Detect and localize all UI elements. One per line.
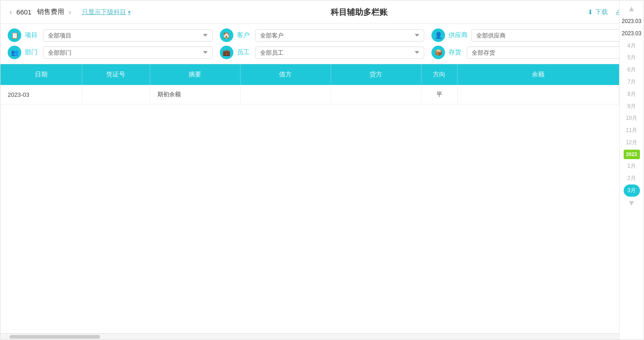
download-icon: ⬇	[587, 8, 593, 16]
supplier-icon: 👤	[431, 28, 445, 42]
account-name: 销售费用	[37, 8, 64, 16]
supplier-label: 供应商	[449, 31, 468, 39]
timeline-month-8[interactable]: 8月	[620, 88, 644, 100]
timeline-month-7[interactable]: 7月	[620, 76, 644, 88]
timeline-month-6[interactable]: 6月	[620, 64, 644, 76]
timeline-month-5[interactable]: 5月	[620, 52, 644, 64]
inventory-icon: 📦	[431, 46, 445, 59]
page-title: 科目辅助多栏账	[131, 7, 587, 18]
dept-select[interactable]: 全部部门	[43, 47, 213, 59]
download-button[interactable]: ⬇ 下载	[587, 8, 608, 16]
scroll-thumb[interactable]	[9, 335, 100, 339]
timeline-month-12[interactable]: 12月	[620, 137, 644, 149]
col-date: 日期	[0, 64, 82, 85]
horizontal-scrollbar[interactable]	[0, 333, 619, 340]
timeline-sidebar: ▲ 2023.03 2023.03 4月 5月 6月 7月 8月 9月 10月 …	[619, 0, 644, 340]
customer-icon: 🏠	[220, 28, 233, 42]
employee-icon: 💼	[220, 46, 233, 59]
customer-label: 客户	[237, 31, 251, 39]
project-select[interactable]: 全部项目	[43, 29, 213, 42]
timeline-month-4[interactable]: 4月	[620, 40, 644, 52]
ledger-table: 日期 凭证号 摘要 借方 贷方 方向 余额 2023-03期初余额平	[0, 64, 619, 104]
timeline-month-1[interactable]: 1月	[620, 160, 644, 172]
col-voucher: 凭证号	[82, 64, 150, 85]
timeline-down-button[interactable]: ▼	[620, 197, 644, 210]
filter-inventory: 📦 存货 全部存货	[431, 46, 636, 59]
col-direction: 方向	[421, 64, 457, 85]
col-debit: 借方	[240, 64, 331, 85]
timeline-month-3-active[interactable]: 3月	[624, 184, 640, 197]
nav-next-button[interactable]: ›	[67, 8, 73, 16]
show-sub-label: 只显示下级科目	[82, 8, 126, 16]
timeline-month-9[interactable]: 9月	[620, 100, 644, 113]
project-icon: 📋	[8, 28, 21, 42]
top-bar: ‹ 6601 销售费用 › 只显示下级科目 ▾ 科目辅助多栏账 ⬇ 下载 🖨 打…	[0, 0, 644, 24]
timeline-up-button[interactable]: ▲	[620, 2, 644, 15]
project-label: 项目	[25, 31, 39, 39]
dept-icon: 👥	[8, 46, 21, 59]
timeline-month-2[interactable]: 2月	[620, 172, 644, 184]
filter-dept: 👥 部门 全部部门	[8, 46, 213, 59]
show-sub-button[interactable]: 只显示下级科目 ▾	[82, 8, 131, 16]
supplier-select[interactable]: 全部供应商	[471, 29, 636, 42]
dept-label: 部门	[25, 48, 39, 57]
filter-customer: 🏠 客户 全部客户	[220, 28, 425, 42]
col-balance: 余额	[457, 64, 619, 85]
timeline-period-1[interactable]: 2023.03	[620, 15, 644, 28]
main-window: ‹ 6601 销售费用 › 只显示下级科目 ▾ 科目辅助多栏账 ⬇ 下载 🖨 打…	[0, 0, 644, 340]
table-wrapper: 日期 凭证号 摘要 借方 贷方 方向 余额 2023-03期初余额平	[0, 64, 619, 333]
filter-supplier: 👤 供应商 全部供应商	[431, 28, 636, 42]
timeline-period-2[interactable]: 2023.03	[620, 28, 644, 40]
filter-employee: 💼 员工 全部员工	[220, 46, 425, 59]
download-label: 下载	[595, 8, 608, 16]
inventory-label: 存货	[449, 48, 463, 57]
timeline-month-11[interactable]: 11月	[620, 124, 644, 137]
timeline-year-2023[interactable]: 2023	[624, 150, 640, 159]
timeline-month-10[interactable]: 10月	[620, 112, 644, 124]
customer-select[interactable]: 全部客户	[255, 29, 425, 42]
table-row[interactable]: 2023-03期初余额平	[0, 85, 619, 104]
account-code: 6601	[16, 8, 31, 16]
col-summary: 摘要	[150, 64, 240, 85]
col-credit: 贷方	[331, 64, 421, 85]
employee-select[interactable]: 全部员工	[255, 47, 425, 59]
filter-project: 📋 项目 全部项目	[8, 28, 213, 42]
filter-bar: 📋 项目 全部项目 🏠 客户 全部客户 👤 供应商 全部供应商 👥 部门 全	[0, 24, 644, 64]
employee-label: 员工	[237, 48, 251, 57]
inventory-select[interactable]: 全部存货	[467, 47, 636, 59]
nav-prev-button[interactable]: ‹	[8, 8, 14, 16]
